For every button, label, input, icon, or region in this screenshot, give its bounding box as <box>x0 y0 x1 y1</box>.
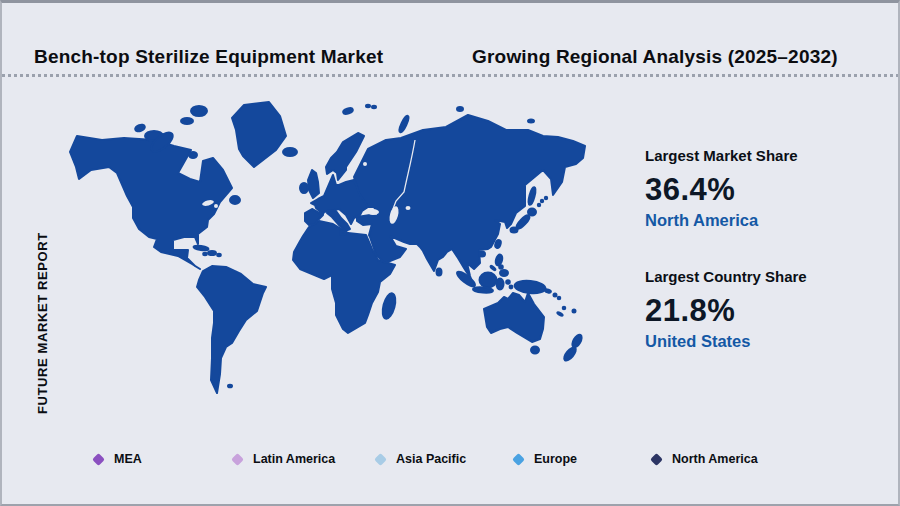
tasmania <box>531 347 539 354</box>
lake-ladoga <box>363 162 367 166</box>
legend-swatch-mea <box>92 453 105 466</box>
eurasia <box>354 115 585 279</box>
madagascar <box>380 292 397 320</box>
black-sea <box>367 209 379 215</box>
stat-region: North America <box>645 210 895 230</box>
stat-value: 21.8% <box>645 294 895 328</box>
australia <box>484 293 544 342</box>
legend-swatch-north-america <box>650 453 663 466</box>
legend-swatch-europe <box>512 453 525 466</box>
page-title: Bench-top Sterilize Equipment Market <box>34 46 383 68</box>
legend-item-latin-america: Latin America <box>233 451 335 467</box>
legend-label: Europe <box>534 452 577 466</box>
sicily <box>340 231 346 235</box>
legend-label: Asia Pacific <box>396 452 466 466</box>
page-subtitle: Growing Regional Analysis (2025–2032) <box>472 46 838 68</box>
legend-swatch-asia-pacific <box>374 453 387 466</box>
south-america <box>197 266 266 393</box>
new-zealand <box>562 333 583 362</box>
infographic-root: Bench-top Sterilize Equipment Market Gro… <box>0 0 900 506</box>
legend-item-asia-pacific: Asia Pacific <box>376 451 466 467</box>
legend-swatch-latin-america <box>231 453 244 466</box>
brand-vertical-text: FUTURE MARKET REPORT <box>35 229 50 417</box>
aral-sea <box>406 206 411 210</box>
stat-value: 36.4% <box>645 173 895 207</box>
legend-label: Latin America <box>253 452 335 466</box>
stat-market-share: Largest Market Share 36.4% North America <box>645 146 895 230</box>
legend: MEA Latin America Asia Pacific Europe No… <box>2 451 898 469</box>
ireland <box>300 183 308 193</box>
united-kingdom <box>308 170 319 198</box>
legend-item-mea: MEA <box>94 451 142 467</box>
stat-label: Largest Market Share <box>645 146 895 166</box>
legend-label: MEA <box>114 452 142 466</box>
legend-item-europe: Europe <box>514 451 577 467</box>
legend-item-north-america: North America <box>652 451 758 467</box>
stat-region: United States <box>645 331 895 351</box>
legend-label: North America <box>672 452 758 466</box>
stat-country-share: Largest Country Share 21.8% United State… <box>645 267 895 351</box>
stat-label: Largest Country Share <box>645 267 895 287</box>
dotted-divider <box>2 74 898 77</box>
great-lakes-east <box>214 204 218 208</box>
world-map <box>62 98 602 418</box>
greenland <box>232 102 286 167</box>
landmasses <box>70 102 585 393</box>
